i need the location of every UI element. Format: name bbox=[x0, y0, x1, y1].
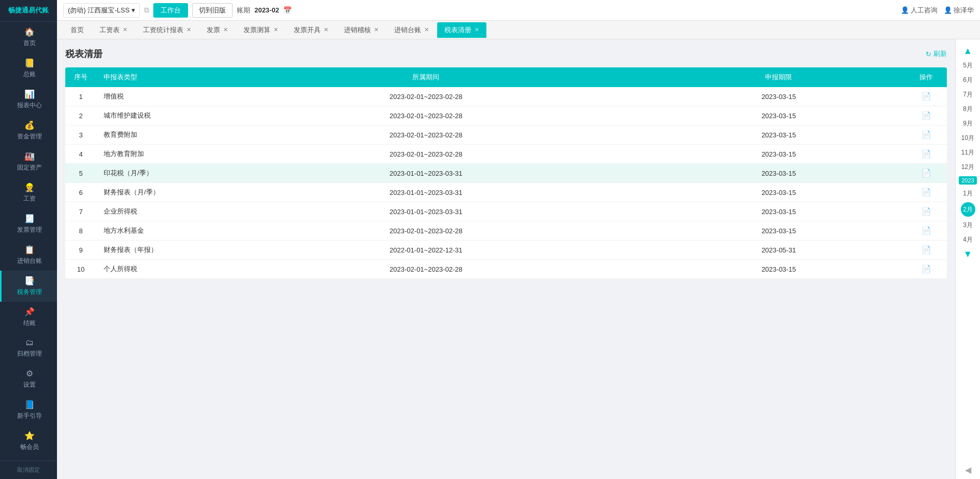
page-header: 税表清册 ↻ 刷新 bbox=[65, 48, 947, 60]
table-row: 7 企业所得税 2023-01-01~2023-03-31 2023-03-15… bbox=[65, 202, 947, 221]
sidebar-unpin-button[interactable]: 取消固定 bbox=[0, 460, 57, 479]
table-row: 9 财务报表（年报） 2022-01-01~2022-12-31 2023-05… bbox=[65, 241, 947, 260]
sidebar-item-guide[interactable]: 📘 新手引导 bbox=[0, 395, 57, 426]
cell-period: 2023-02-01~2023-02-28 bbox=[200, 260, 652, 279]
refresh-button[interactable]: ↻ 刷新 bbox=[926, 49, 947, 59]
action-icon[interactable]: 📄 bbox=[921, 226, 931, 235]
username-display[interactable]: 👤 徐泽华 bbox=[944, 6, 974, 15]
sidebar-item-archive[interactable]: 🗂 归档管理 bbox=[0, 333, 57, 363]
cell-deadline: 2023-05-31 bbox=[652, 241, 905, 260]
sidebar-item-ledger[interactable]: 📒 总账 bbox=[0, 53, 57, 84]
service-icon: 👤 bbox=[901, 6, 909, 14]
sidebar-item-label: 固定资产 bbox=[17, 163, 42, 172]
month-2-active[interactable]: 2月 bbox=[961, 202, 975, 217]
tab-salary-table[interactable]: 工资表 ✕ bbox=[92, 22, 135, 38]
action-icon[interactable]: 📄 bbox=[921, 149, 931, 158]
sidebar-item-funds[interactable]: 💰 资金管理 bbox=[0, 115, 57, 146]
copy-icon[interactable]: ⧉ bbox=[144, 6, 149, 15]
cell-action: 📄 bbox=[905, 183, 947, 202]
tab-invoice-calc[interactable]: 发票测算 ✕ bbox=[236, 22, 285, 38]
cell-period: 2023-02-01~2023-02-28 bbox=[200, 87, 652, 106]
tab-home-label: 首页 bbox=[70, 25, 84, 35]
tab-purchase-ledger[interactable]: 进销台账 ✕ bbox=[387, 22, 436, 38]
tab-invoice[interactable]: 发票 ✕ bbox=[199, 22, 235, 38]
user-service-label: 人工咨询 bbox=[911, 6, 938, 15]
tab-label: 发票测算 bbox=[243, 25, 270, 35]
tab-close-icon[interactable]: ✕ bbox=[186, 26, 191, 33]
panel-down-button[interactable]: ▼ bbox=[961, 247, 975, 262]
tab-invoice-issue[interactable]: 发票开具 ✕ bbox=[286, 22, 336, 38]
action-icon[interactable]: 📄 bbox=[921, 168, 931, 177]
panel-collapse-button[interactable]: ◀ bbox=[961, 461, 975, 479]
month-4[interactable]: 4月 bbox=[956, 233, 980, 247]
cell-action: 📄 bbox=[905, 164, 947, 183]
tab-salary-stats[interactable]: 工资统计报表 ✕ bbox=[136, 22, 198, 38]
sidebar-item-salary[interactable]: 👷 工资 bbox=[0, 177, 57, 208]
username-label: 徐泽华 bbox=[954, 6, 974, 15]
cell-deadline: 2023-03-15 bbox=[652, 125, 905, 145]
month-6[interactable]: 6月 bbox=[956, 73, 980, 87]
sidebar-item-settings[interactable]: ⚙ 设置 bbox=[0, 363, 57, 395]
month-1[interactable]: 1月 bbox=[956, 187, 980, 201]
tab-purchase-check[interactable]: 进销稽核 ✕ bbox=[337, 22, 386, 38]
sidebar-item-label: 归档管理 bbox=[17, 349, 42, 358]
tab-close-icon[interactable]: ✕ bbox=[324, 26, 328, 33]
col-deadline: 申报期限 bbox=[652, 67, 905, 87]
sidebar: 畅捷通易代账 🏠 首页 📒 总账 📊 报表中心 💰 资金管理 🏭 固定资产 👷 … bbox=[0, 0, 57, 479]
col-type: 申报表类型 bbox=[96, 67, 200, 87]
company-selector[interactable]: (勿动) 江西服宝-LSS ▾ bbox=[63, 3, 140, 18]
cell-deadline: 2023-03-15 bbox=[652, 145, 905, 164]
month-12[interactable]: 12月 bbox=[956, 160, 980, 174]
sidebar-item-tax[interactable]: 📑 税务管理 bbox=[0, 271, 57, 302]
tab-close-icon[interactable]: ✕ bbox=[123, 26, 127, 33]
month-5[interactable]: 5月 bbox=[956, 59, 980, 73]
sidebar-item-assets[interactable]: 🏭 固定资产 bbox=[0, 146, 57, 177]
switch-version-button[interactable]: 切到旧版 bbox=[192, 3, 233, 18]
month-10[interactable]: 10月 bbox=[956, 131, 980, 145]
month-3[interactable]: 3月 bbox=[956, 218, 980, 232]
tab-close-icon[interactable]: ✕ bbox=[424, 26, 429, 33]
tab-close-icon[interactable]: ✕ bbox=[223, 26, 228, 33]
sidebar-item-home[interactable]: 🏠 首页 bbox=[0, 22, 57, 53]
tab-close-icon[interactable]: ✕ bbox=[474, 26, 479, 33]
tab-home[interactable]: 首页 bbox=[63, 22, 91, 38]
cell-period: 2023-01-01~2023-03-31 bbox=[200, 183, 652, 202]
sidebar-item-reports[interactable]: 📊 报表中心 bbox=[0, 84, 57, 115]
workspace-button[interactable]: 工作台 bbox=[153, 3, 188, 18]
sidebar-item-invoice[interactable]: 🧾 发票管理 bbox=[0, 208, 57, 240]
sidebar-item-member[interactable]: ⭐ 畅会员 bbox=[0, 426, 57, 457]
month-7[interactable]: 7月 bbox=[956, 88, 980, 102]
action-icon[interactable]: 📄 bbox=[921, 245, 931, 254]
archive-icon: 🗂 bbox=[25, 338, 34, 347]
action-icon[interactable]: 📄 bbox=[921, 207, 931, 216]
member-icon: ⭐ bbox=[24, 431, 35, 441]
tab-close-icon[interactable]: ✕ bbox=[374, 26, 379, 33]
cell-index: 8 bbox=[65, 221, 96, 241]
action-icon[interactable]: 📄 bbox=[921, 188, 931, 196]
action-icon[interactable]: 📄 bbox=[921, 264, 931, 273]
tab-tax-list[interactable]: 税表清册 ✕ bbox=[437, 22, 486, 38]
tab-close-icon[interactable]: ✕ bbox=[273, 26, 278, 33]
action-icon[interactable]: 📄 bbox=[921, 92, 931, 101]
action-icon[interactable]: 📄 bbox=[921, 130, 931, 139]
cell-period: 2023-01-01~2023-03-31 bbox=[200, 164, 652, 183]
cell-type: 教育费附加 bbox=[96, 125, 200, 145]
month-11[interactable]: 11月 bbox=[956, 146, 980, 160]
calendar-icon[interactable]: 📅 bbox=[283, 6, 292, 14]
cell-type: 城市维护建设税 bbox=[96, 106, 200, 125]
action-icon[interactable]: 📄 bbox=[921, 111, 931, 120]
sidebar-item-label: 首页 bbox=[23, 39, 36, 48]
sidebar-item-label: 资金管理 bbox=[17, 132, 42, 141]
month-9[interactable]: 9月 bbox=[956, 117, 980, 131]
sidebar-item-purchase-sales[interactable]: 📋 进销台账 bbox=[0, 240, 57, 271]
panel-up-button[interactable]: ▲ bbox=[961, 44, 975, 59]
cell-action: 📄 bbox=[905, 202, 947, 221]
tabbar: 首页 工资表 ✕ 工资统计报表 ✕ 发票 ✕ 发票测算 ✕ 发票开具 ✕ 进销稽… bbox=[57, 21, 980, 39]
sidebar-item-close-account[interactable]: 📌 结账 bbox=[0, 302, 57, 333]
cell-deadline: 2023-03-15 bbox=[652, 260, 905, 279]
cell-action: 📄 bbox=[905, 221, 947, 241]
month-8[interactable]: 8月 bbox=[956, 102, 980, 116]
user-service[interactable]: 👤 人工咨询 bbox=[901, 6, 938, 15]
tax-table: 序号 申报表类型 所属期间 申报期限 操作 1 增值税 2023-02-01~2… bbox=[65, 67, 947, 279]
sidebar-item-label: 设置 bbox=[23, 381, 36, 389]
